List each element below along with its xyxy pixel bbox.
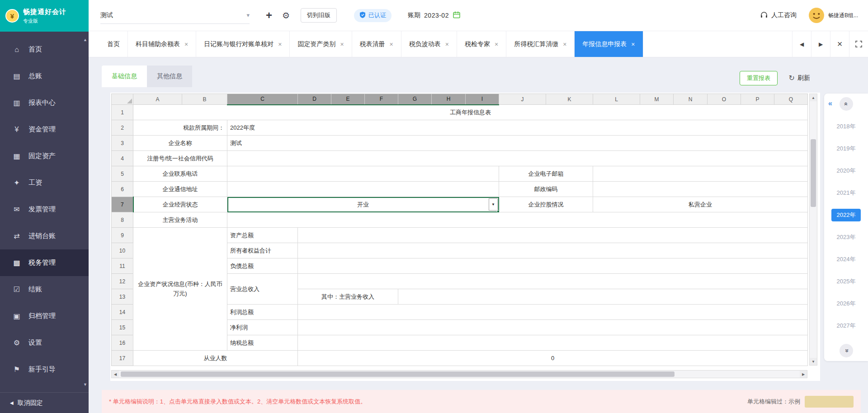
row-header-4[interactable]: 4	[112, 151, 133, 166]
sidebar-item-closing[interactable]: ☑结账	[0, 276, 89, 303]
cell-address-label[interactable]: 企业通信地址	[133, 182, 227, 197]
sidebar-item-fixed-assets[interactable]: ▦固定资产	[0, 143, 89, 169]
sidebar-item-archive[interactable]: ▣归档管理	[0, 303, 89, 329]
subtab-basic-info[interactable]: 基础信息	[102, 66, 147, 87]
row-header-2[interactable]: 2	[112, 120, 133, 136]
row-header-10[interactable]: 10	[112, 243, 133, 258]
cell-total-tax-label[interactable]: 纳税总额	[227, 335, 298, 351]
subtab-other-info[interactable]: 其他信息	[147, 66, 192, 87]
column-header-E[interactable]: E	[331, 94, 365, 105]
tab-journal-bank-reconcile[interactable]: 日记账与银行对账单核对×	[196, 31, 290, 57]
horizontal-scrollbar-thumb[interactable]	[121, 371, 675, 377]
accounting-period[interactable]: 账期 2023-02	[408, 11, 461, 20]
column-header-C[interactable]: C	[227, 94, 298, 105]
row-header-3[interactable]: 3	[112, 136, 133, 151]
cell-period-value[interactable]: 2022年度	[227, 120, 808, 136]
close-icon[interactable]: ×	[563, 41, 566, 47]
gear-icon[interactable]: ⚙	[282, 10, 290, 21]
add-icon[interactable]: +	[266, 9, 272, 22]
close-icon[interactable]: ×	[631, 41, 635, 47]
column-header-J[interactable]: J	[499, 94, 546, 105]
sidebar-item-purchase-sales[interactable]: ⇄进销台账	[0, 223, 89, 249]
row-header-17[interactable]: 17	[112, 351, 133, 366]
cell-main-business-value[interactable]	[227, 212, 808, 228]
row-header-14[interactable]: 14	[112, 305, 133, 320]
tab-home[interactable]: 首页	[99, 31, 128, 57]
switch-old-version-button[interactable]: 切到旧版	[301, 8, 337, 23]
tab-tax-inspection-expert[interactable]: 税检专家×	[457, 31, 506, 57]
cell-company-name-value[interactable]: 测试	[227, 136, 808, 151]
tab-annual-report-info[interactable]: 年报信息申报表×	[575, 31, 643, 57]
cell-dropdown-icon[interactable]: ▼	[489, 198, 498, 211]
refresh-button[interactable]: ↻ 刷新	[789, 74, 810, 82]
cell-employees-label[interactable]: 从业人数	[133, 351, 298, 366]
sidebar-item-funds[interactable]: ¥资金管理	[0, 116, 89, 143]
horizontal-scrollbar[interactable]: ◀ ▶	[111, 370, 807, 378]
expand-year-panel-icon[interactable]: «	[828, 99, 832, 108]
column-header-B[interactable]: B	[182, 94, 227, 105]
scroll-right-icon[interactable]: ▶	[800, 371, 807, 378]
column-header-O[interactable]: O	[708, 94, 741, 105]
close-icon[interactable]: ×	[495, 41, 498, 47]
scroll-up-icon[interactable]: ▲	[810, 94, 817, 101]
user-name[interactable]: 畅捷通B组...	[828, 12, 858, 19]
unpin-sidebar-button[interactable]: ◀ 取消固定	[0, 392, 89, 413]
column-header-M[interactable]: M	[640, 94, 674, 105]
close-icon[interactable]: ×	[340, 41, 344, 47]
row-header-11[interactable]: 11	[112, 258, 133, 274]
account-set-selector[interactable]: 测试 ▾	[100, 7, 250, 24]
cell-owner-equity-value[interactable]	[298, 243, 808, 258]
cell-holding-value[interactable]: 私营企业	[593, 197, 808, 212]
year-item-2026[interactable]: 2026年	[824, 292, 868, 314]
cell-asset-group-label[interactable]: 企业资产状况信息(币种：人民币万元)	[133, 228, 227, 351]
column-header-G[interactable]: G	[398, 94, 432, 105]
vertical-scrollbar[interactable]: ▲ ▼	[809, 94, 817, 366]
tab-tax-form-list[interactable]: 税表清册×	[352, 31, 401, 57]
sidebar-scroll-up-icon[interactable]: ▲	[83, 38, 87, 42]
column-header-F[interactable]: F	[365, 94, 398, 105]
sidebar-item-payroll[interactable]: ✦工资	[0, 169, 89, 196]
close-icon[interactable]: ×	[445, 41, 449, 47]
row-header-6[interactable]: 6	[112, 182, 133, 197]
cell-address-value[interactable]	[227, 182, 499, 197]
year-item-2019[interactable]: 2019年	[824, 137, 868, 160]
row-header-9[interactable]: 9	[112, 228, 133, 243]
year-item-2023[interactable]: 2023年	[824, 226, 868, 248]
cell-main-business-label[interactable]: 主营业务活动	[133, 212, 227, 228]
tab-fixed-asset-category[interactable]: 固定资产类别×	[290, 31, 352, 57]
cell-main-revenue-label[interactable]: 其中：主营业务收入	[298, 289, 398, 305]
cell-reg-no-label[interactable]: 注册号/统一社会信用代码	[133, 151, 227, 166]
select-all-corner[interactable]	[112, 94, 133, 105]
column-header-L[interactable]: L	[593, 94, 640, 105]
column-header-A[interactable]: A	[133, 94, 182, 105]
column-header-D[interactable]: D	[298, 94, 331, 105]
cell-email-label[interactable]: 企业电子邮箱	[499, 166, 593, 182]
row-header-16[interactable]: 16	[112, 335, 133, 351]
tab-income-tax-settlement[interactable]: 所得税汇算清缴×	[506, 31, 575, 57]
sidebar-item-settings[interactable]: ⚙设置	[0, 329, 89, 356]
row-header-7[interactable]: 7	[112, 197, 133, 212]
cell-phone-label[interactable]: 企业联系电话	[133, 166, 227, 182]
cell-postcode-value[interactable]	[593, 182, 808, 197]
avatar[interactable]	[808, 7, 825, 23]
row-header-8[interactable]: 8	[112, 212, 133, 228]
sidebar-item-general-ledger[interactable]: ▤总账	[0, 63, 89, 89]
cell-reg-no-value[interactable]	[227, 151, 808, 166]
vertical-scrollbar-thumb[interactable]	[811, 139, 816, 207]
cell-business-status-value[interactable]: 开业 ▼	[227, 197, 499, 212]
reset-report-button[interactable]: 重置报表	[740, 71, 778, 85]
year-item-2022[interactable]: 2022年	[824, 204, 868, 226]
year-item-2020[interactable]: 2020年	[824, 160, 868, 182]
cell-total-assets-value[interactable]	[298, 228, 808, 243]
cell-revenue-value[interactable]	[298, 274, 808, 289]
cell-owner-equity-label[interactable]: 所有者权益合计	[227, 243, 298, 258]
cell-company-name-label[interactable]: 企业名称	[133, 136, 227, 151]
column-header-H[interactable]: H	[432, 94, 466, 105]
years-scroll-down-button[interactable]: «	[840, 344, 853, 357]
column-header-N[interactable]: N	[674, 94, 708, 105]
column-header-I[interactable]: I	[466, 94, 499, 105]
scroll-tabs-left-icon[interactable]: ◀	[792, 31, 811, 57]
scroll-down-icon[interactable]: ▼	[810, 358, 817, 365]
year-item-2027[interactable]: 2027年	[824, 314, 868, 337]
cell-total-tax-value[interactable]	[298, 335, 808, 351]
